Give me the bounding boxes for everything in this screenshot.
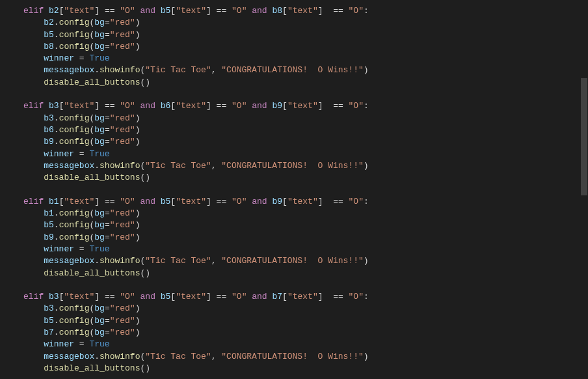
scrollbar-thumb[interactable]: [581, 78, 587, 195]
code-content: elif b2["text"] == "O" and b5["text"] ==…: [23, 5, 588, 374]
code-editor[interactable]: elif b2["text"] == "O" and b5["text"] ==…: [0, 0, 588, 379]
vertical-scrollbar[interactable]: [579, 0, 588, 379]
